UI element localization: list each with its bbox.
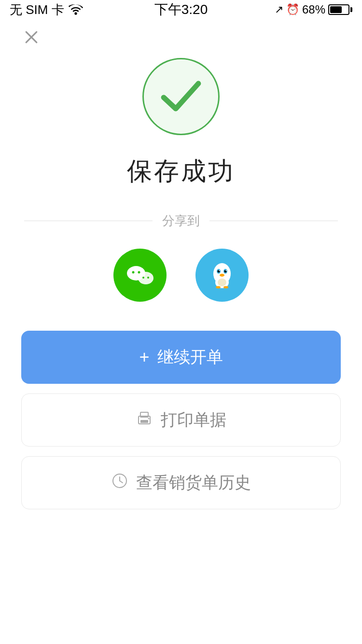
qq-share-button[interactable] xyxy=(195,249,249,302)
success-title: 保存成功 xyxy=(127,154,235,188)
svg-point-21 xyxy=(223,286,228,289)
status-bar: 无 SIM 卡 下午3:20 ↗ ⏰ 68% xyxy=(0,0,362,19)
checkmark-icon xyxy=(159,75,203,118)
share-label: 分享到 xyxy=(153,212,209,229)
battery-text: 68% xyxy=(302,3,325,16)
clock-icon xyxy=(111,472,128,494)
close-button[interactable] xyxy=(19,25,43,49)
share-divider: 分享到 xyxy=(0,212,362,229)
print-button[interactable]: 打印单据 xyxy=(21,393,341,447)
continue-button[interactable]: + 继续开单 xyxy=(21,331,341,384)
svg-point-17 xyxy=(220,274,224,277)
svg-rect-24 xyxy=(140,420,148,423)
wechat-icon xyxy=(124,261,156,290)
svg-point-6 xyxy=(138,271,140,274)
status-time: 下午3:20 xyxy=(154,0,208,19)
svg-point-9 xyxy=(147,277,149,279)
svg-point-5 xyxy=(132,271,135,274)
svg-point-20 xyxy=(216,286,221,289)
battery-icon xyxy=(328,4,352,15)
action-buttons-container: + 继续开单 打印单据 xyxy=(0,331,362,509)
status-left: 无 SIM 卡 xyxy=(10,1,84,18)
svg-point-25 xyxy=(148,418,150,420)
alarm-icon: ⏰ xyxy=(286,3,299,16)
svg-point-13 xyxy=(219,270,220,271)
no-sim-text: 无 SIM 卡 xyxy=(10,1,64,18)
svg-point-16 xyxy=(226,270,227,271)
divider-line-left xyxy=(24,221,153,221)
main-content: 保存成功 分享到 xyxy=(0,19,362,509)
wifi-icon xyxy=(68,4,84,15)
location-icon: ↗ xyxy=(275,3,283,16)
svg-point-8 xyxy=(142,277,144,279)
wechat-share-button[interactable] xyxy=(113,249,167,302)
print-icon xyxy=(136,409,153,431)
history-button[interactable]: 查看销货单历史 xyxy=(21,456,341,509)
qq-icon xyxy=(205,258,239,292)
share-buttons-container xyxy=(113,249,249,302)
success-icon-circle xyxy=(142,58,220,135)
svg-line-28 xyxy=(120,481,123,483)
continue-label: 继续开单 xyxy=(157,346,223,368)
status-right: ↗ ⏰ 68% xyxy=(275,3,352,16)
history-label: 查看销货单历史 xyxy=(136,472,251,494)
svg-point-7 xyxy=(138,272,153,284)
svg-point-19 xyxy=(218,279,226,286)
divider-line-right xyxy=(209,221,338,221)
print-label: 打印单据 xyxy=(161,409,226,431)
plus-icon: + xyxy=(139,347,149,367)
